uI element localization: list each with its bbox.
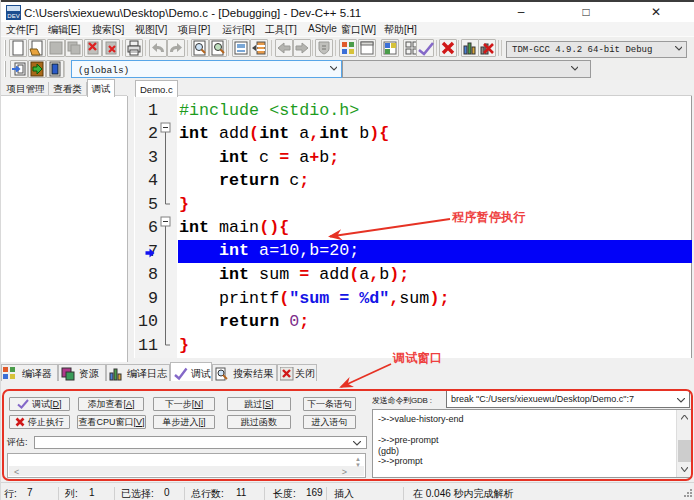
svg-text:DEV: DEV <box>7 13 19 19</box>
